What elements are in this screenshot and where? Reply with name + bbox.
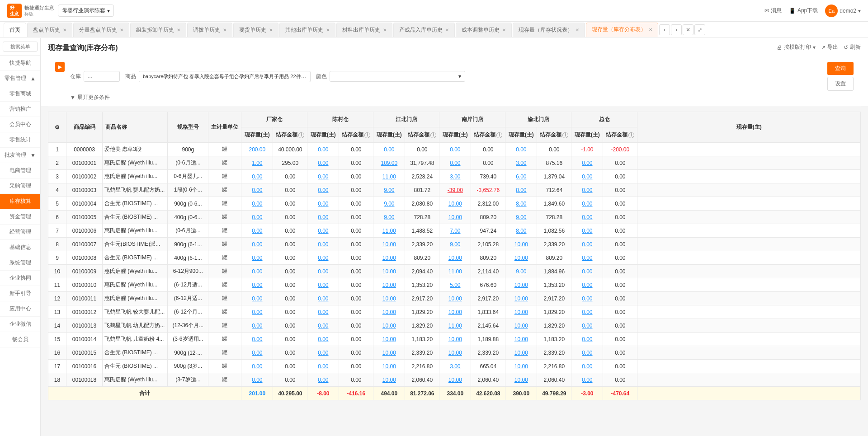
row-chen-qty[interactable]: 0.00 [307,170,339,183]
row-na-qty[interactable]: 10.00 [439,305,471,319]
row-na-qty[interactable]: 11.00 [439,319,471,333]
row-chen-qty[interactable]: 0.00 [307,238,339,251]
row-yb-qty[interactable]: 3.00 [505,156,537,170]
tab-portion-history[interactable]: 分量盘点单历史 ✕ [73,23,129,37]
sidebar-search-input[interactable] [3,42,38,52]
row-fac-qty[interactable]: 0.00 [241,211,273,224]
info-icon[interactable]: i [364,132,370,138]
row-jb-qty[interactable]: 0.00 [373,143,405,156]
row-total-qty[interactable]: 0.00 [571,183,603,197]
info-icon[interactable]: i [496,132,502,138]
row-na-qty[interactable]: 10.00 [439,292,471,305]
row-jb-qty[interactable]: 10.00 [373,333,405,346]
row-yb-qty[interactable]: 10.00 [505,360,537,373]
row-na-qty[interactable]: 10.00 [439,251,471,265]
row-yb-qty[interactable]: 10.00 [505,251,537,265]
row-na-qty[interactable]: 3.00 [439,360,471,373]
row-yb-qty[interactable]: 10.00 [505,292,537,305]
sidebar-item-retail-stat[interactable]: 零售统计 [0,132,40,148]
row-fac-qty[interactable]: 0.00 [241,170,273,183]
row-yb-qty[interactable]: 10.00 [505,238,537,251]
row-fac-qty[interactable]: 0.00 [241,224,273,238]
sidebar-item-enterprise[interactable]: 企业协同 [0,271,40,286]
row-yb-qty[interactable]: 10.00 [505,333,537,346]
tab-close-icon[interactable]: ✕ [223,28,226,33]
sidebar-item-inventory[interactable]: 库存核算 [0,194,40,209]
tab-material-history[interactable]: 材料出库单历史 ✕ [336,23,392,37]
app-download-btn[interactable]: 📱 App下载 [789,7,818,14]
row-fac-qty[interactable]: 0.00 [241,265,273,278]
row-jb-qty[interactable]: 10.00 [373,360,405,373]
row-yb-qty[interactable]: 0.00 [505,143,537,156]
sidebar-item-wechat[interactable]: 企业微信 [0,317,40,332]
row-total-qty[interactable]: 0.00 [571,265,603,278]
info-icon[interactable]: i [430,132,436,138]
row-chen-qty[interactable]: 0.00 [307,319,339,333]
sidebar-item-guide[interactable]: 新手引导 [0,286,40,301]
sidebar-item-retail[interactable]: 零售管理 ▲ [0,71,40,86]
row-total-qty[interactable]: 0.00 [571,305,603,319]
sidebar-item-apps[interactable]: 应用中心 [0,301,40,317]
row-total-qty[interactable]: 0.00 [571,360,603,373]
row-fac-qty[interactable]: 1.00 [241,156,273,170]
row-na-qty[interactable]: 10.00 [439,333,471,346]
row-chen-qty[interactable]: 0.00 [307,224,339,238]
row-fac-qty[interactable]: 0.00 [241,305,273,319]
tab-inventory-history[interactable]: 盘点单历史 ✕ [27,23,72,37]
row-fac-qty[interactable]: 0.00 [241,251,273,265]
row-fac-qty[interactable]: 0.00 [241,197,273,211]
row-yb-qty[interactable]: 10.00 [505,305,537,319]
info-icon[interactable]: i [628,132,634,138]
row-total-qty[interactable]: 0.00 [571,197,603,211]
row-total-qty[interactable]: 0.00 [571,333,603,346]
row-total-qty[interactable]: 0.00 [571,224,603,238]
tab-home[interactable]: 首页 [4,23,26,37]
tab-assembly-history[interactable]: 组装拆卸单历史 ✕ [130,23,186,37]
row-yb-qty[interactable]: 9.00 [505,211,537,224]
goods-input[interactable]: babycare孕妇待产包 春季入院全套母子组合孕妇产后冬季月子用品 22件套 … [139,71,311,82]
user-area[interactable]: Ea demo2 ▾ [825,5,861,17]
sidebar-item-purchase[interactable]: 采购管理 [0,178,40,194]
tab-stock-status[interactable]: 现存量（库存状况表） ✕ [513,23,585,37]
tab-close-icon[interactable]: ✕ [649,27,652,32]
row-chen-qty[interactable]: 0.00 [307,333,339,346]
row-chen-qty[interactable]: 0.00 [307,197,339,211]
th-settings[interactable]: ⚙ [48,112,66,143]
row-chen-qty[interactable]: 0.00 [307,265,339,278]
row-yb-qty[interactable]: 8.00 [505,183,537,197]
info-icon[interactable]: i [298,132,304,138]
row-fac-qty[interactable]: 0.00 [241,360,273,373]
tab-prev-btn[interactable]: ‹ [659,24,670,35]
row-yb-qty[interactable]: 10.00 [505,373,537,387]
row-jb-qty[interactable]: 10.00 [373,373,405,387]
export-btn[interactable]: ↗ 导出 [821,43,838,51]
tab-close-icon[interactable]: ✕ [576,28,579,33]
tab-close-icon[interactable]: ✕ [445,28,449,33]
sidebar-item-marketing[interactable]: 营销推广 [0,102,40,117]
row-yb-qty[interactable]: 8.00 [505,224,537,238]
row-na-qty[interactable]: 0.00 [439,143,471,156]
row-yb-qty[interactable]: 6.00 [505,170,537,183]
row-total-qty[interactable]: 0.00 [571,292,603,305]
row-na-qty[interactable]: 11.00 [439,265,471,278]
message-btn[interactable]: ✉ 消息 [764,7,782,14]
color-input[interactable]: ▾ [330,71,465,82]
row-chen-qty[interactable]: 0.00 [307,211,339,224]
row-na-qty[interactable]: -39.00 [439,183,471,197]
row-yb-qty[interactable]: 10.00 [505,319,537,333]
row-fac-qty[interactable]: 0.00 [241,319,273,333]
row-na-qty[interactable]: 0.00 [439,156,471,170]
tab-close-all-btn[interactable]: ✕ [683,24,693,35]
sidebar-item-finance[interactable]: 资金管理 [0,209,40,225]
sidebar-item-fan[interactable]: 畅会员 [0,332,40,347]
row-fac-qty[interactable]: 0.00 [241,278,273,292]
tab-cost-adjust[interactable]: 成本调整单历史 ✕ [456,23,512,37]
row-jb-qty[interactable]: 10.00 [373,251,405,265]
row-na-qty[interactable]: 9.00 [439,238,471,251]
row-chen-qty[interactable]: 0.00 [307,143,339,156]
row-fac-qty[interactable]: 0.00 [241,292,273,305]
row-fac-qty[interactable]: 0.00 [241,346,273,360]
warehouse-input[interactable]: ... [84,71,120,82]
tab-close-icon[interactable]: ✕ [326,28,330,33]
sidebar-item-basic[interactable]: 基础信息 [0,240,40,255]
